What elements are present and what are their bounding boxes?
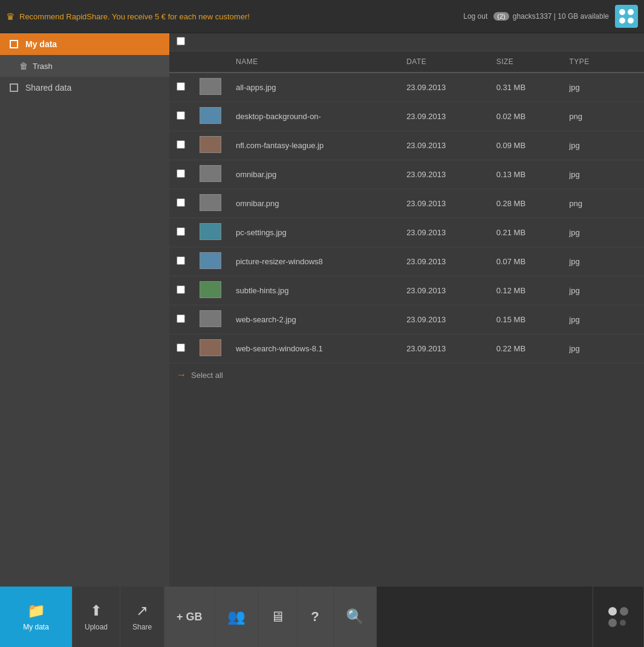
row-checkbox-5[interactable] — [177, 227, 185, 236]
logout-link[interactable]: Log out — [463, 12, 487, 21]
row-date-cell: 23.09.2013 — [399, 305, 489, 334]
row-actions-cell — [620, 276, 644, 305]
toolbar-addgb-btn[interactable]: + GB — [164, 587, 215, 647]
toolbar-users-btn[interactable]: 👥 — [215, 587, 258, 647]
row-name-cell: web-search-windows-8.1 — [229, 334, 399, 363]
master-checkbox[interactable] — [177, 37, 185, 45]
crown-icon: ♛ — [6, 11, 15, 22]
row-checkbox-cell — [169, 189, 192, 218]
row-type-cell: png — [562, 102, 620, 131]
file-table: NAME DATE SIZE TYPE all-apps.jpg 23.09.2… — [169, 51, 644, 363]
file-name-link[interactable]: pc-settings.jpg — [236, 228, 287, 237]
row-actions-cell — [620, 247, 644, 276]
row-name-cell: omnibar.jpg — [229, 160, 399, 189]
sidebar-item-trash[interactable]: 🗑 Trash — [0, 55, 169, 77]
row-date-cell: 23.09.2013 — [399, 73, 489, 102]
row-date-cell: 23.09.2013 — [399, 218, 489, 247]
row-date-cell: 23.09.2013 — [399, 276, 489, 305]
toolbar-upload-btn[interactable]: ⬆ Upload — [73, 587, 120, 647]
row-thumb-cell — [192, 131, 229, 160]
file-name-link[interactable]: picture-resizer-windows8 — [236, 257, 323, 266]
select-all-label[interactable]: Select all — [191, 371, 223, 380]
table-row: omnibar.png 23.09.2013 0.28 MB png — [169, 189, 644, 218]
row-name-cell: pc-settings.jpg — [229, 218, 399, 247]
row-thumb-cell — [192, 218, 229, 247]
row-checkbox-cell — [169, 73, 192, 102]
logo-dot-2 — [620, 607, 628, 616]
row-thumb-cell — [192, 160, 229, 189]
row-name-cell: picture-resizer-windows8 — [229, 247, 399, 276]
toolbar-help-btn[interactable]: ? — [298, 587, 334, 647]
file-name-link[interactable]: omnibar.png — [236, 199, 279, 208]
user-info-text: ghacks1337 | 10 GB available — [513, 12, 609, 21]
row-type-cell: jpg — [562, 218, 620, 247]
table-row: all-apps.jpg 23.09.2013 0.31 MB jpg — [169, 73, 644, 102]
promo-text: Recommend RapidShare. You receive 5 € fo… — [19, 12, 250, 21]
sidebar: My data 🗑 Trash Shared data — [0, 33, 169, 587]
row-checkbox-4[interactable] — [177, 198, 185, 207]
table-row: web-search-2.jpg 23.09.2013 0.15 MB jpg — [169, 305, 644, 334]
avatar[interactable] — [615, 5, 638, 28]
top-right-area: Log out (2) ghacks1337 | 10 GB available — [463, 5, 638, 28]
row-size-cell: 0.28 MB — [489, 189, 562, 218]
row-checkbox-9[interactable] — [177, 343, 185, 352]
file-name-link[interactable]: nfl.com-fantasy-league.jp — [236, 141, 324, 150]
file-name-link[interactable]: desktop-background-on- — [236, 112, 321, 121]
row-actions-cell — [620, 73, 644, 102]
file-name-link[interactable]: all-apps.jpg — [236, 83, 276, 92]
row-checkbox-6[interactable] — [177, 256, 185, 265]
file-thumbnail — [200, 78, 221, 95]
file-thumbnail — [200, 165, 221, 182]
row-checkbox-8[interactable] — [177, 314, 185, 323]
upload-icon: ⬆ — [90, 602, 102, 619]
file-name-link[interactable]: web-search-2.jpg — [236, 315, 296, 324]
row-checkbox-1[interactable] — [177, 111, 185, 120]
bottom-toolbar: 📁 My data ⬆ Upload ↗ Share + GB 👥 🖥 ? 🔍 — [0, 587, 644, 647]
row-name-cell: subtle-hints.jpg — [229, 276, 399, 305]
avatar-dot-1 — [619, 9, 625, 15]
row-size-cell: 0.22 MB — [489, 334, 562, 363]
content-area: NAME DATE SIZE TYPE all-apps.jpg 23.09.2… — [169, 33, 644, 587]
sidebar-trash-label: Trash — [33, 62, 53, 71]
row-size-cell: 0.13 MB — [489, 160, 562, 189]
row-name-cell: desktop-background-on- — [229, 102, 399, 131]
row-checkbox-3[interactable] — [177, 169, 185, 178]
col-header-size: SIZE — [489, 51, 562, 73]
toolbar-share-btn[interactable]: ↗ Share — [120, 587, 164, 647]
toolbar-mydata-btn[interactable]: 📁 My data — [0, 587, 73, 647]
table-header-row: NAME DATE SIZE TYPE — [169, 51, 644, 73]
row-actions-cell — [620, 160, 644, 189]
row-type-cell: jpg — [562, 305, 620, 334]
sidebar-item-shared[interactable]: Shared data — [0, 77, 169, 99]
file-name-link[interactable]: web-search-windows-8.1 — [236, 344, 323, 353]
file-name-link[interactable]: subtle-hints.jpg — [236, 286, 288, 295]
file-thumbnail — [200, 339, 221, 356]
select-all-arrow-icon: → — [177, 369, 186, 380]
row-checkbox-0[interactable] — [177, 82, 185, 91]
row-actions-cell — [620, 131, 644, 160]
row-date-cell: 23.09.2013 — [399, 334, 489, 363]
row-checkbox-7[interactable] — [177, 285, 185, 294]
row-checkbox-2[interactable] — [177, 140, 185, 149]
row-date-cell: 23.09.2013 — [399, 247, 489, 276]
file-thumbnail — [200, 252, 221, 269]
row-size-cell: 0.09 MB — [489, 131, 562, 160]
sidebar-item-mydata[interactable]: My data — [0, 33, 169, 55]
file-name-link[interactable]: omnibar.jpg — [236, 170, 276, 179]
file-list: all-apps.jpg 23.09.2013 0.31 MB jpg desk… — [169, 73, 644, 363]
mydata-folder-icon: 📁 — [27, 602, 45, 619]
row-actions-cell — [620, 189, 644, 218]
main-area: My data 🗑 Trash Shared data NAME DATE SI… — [0, 33, 644, 587]
row-type-cell: jpg — [562, 160, 620, 189]
row-date-cell: 23.09.2013 — [399, 160, 489, 189]
notification-badge[interactable]: (2) — [493, 12, 509, 21]
table-row: web-search-windows-8.1 23.09.2013 0.22 M… — [169, 334, 644, 363]
row-name-cell: nfl.com-fantasy-league.jp — [229, 131, 399, 160]
toolbar-search-btn[interactable]: 🔍 — [334, 587, 377, 647]
toolbar-desktop-btn[interactable]: 🖥 — [258, 587, 298, 647]
row-size-cell: 0.21 MB — [489, 218, 562, 247]
row-thumb-cell — [192, 73, 229, 102]
row-type-cell: jpg — [562, 247, 620, 276]
row-checkbox-cell — [169, 160, 192, 189]
master-checkbox-area — [169, 33, 644, 51]
